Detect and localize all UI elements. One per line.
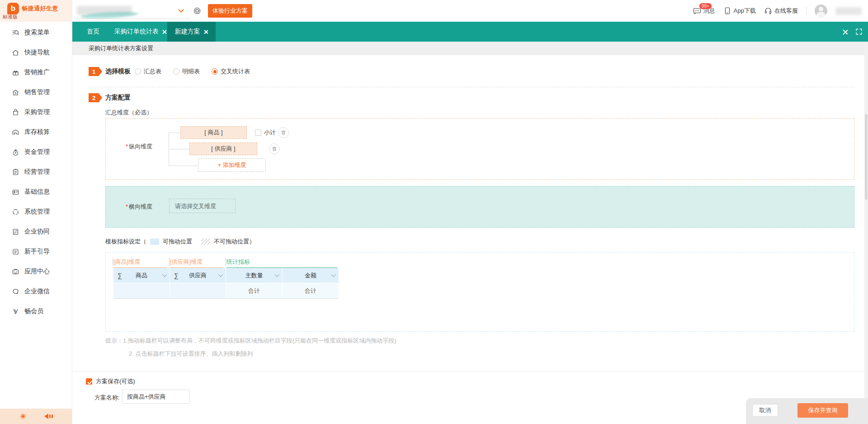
tips-prefix: 提示： xyxy=(105,337,123,344)
online-service-label: 在线客服 xyxy=(774,7,798,15)
sidebar-item-search-menu[interactable]: 搜索菜单 xyxy=(0,23,72,43)
phone-icon xyxy=(723,7,731,15)
column-header-amount[interactable]: 金额 xyxy=(283,268,339,283)
tab-new-plan[interactable]: 新建方案 xyxy=(167,22,216,42)
sidebar-item-purchase-mgmt[interactable]: 采购管理 xyxy=(0,102,72,122)
sigma-icon: ∑ xyxy=(174,272,179,279)
chevron-down-icon[interactable] xyxy=(331,272,336,277)
step2-title: 方案配置 xyxy=(105,94,131,102)
chevron-down-icon[interactable] xyxy=(218,272,223,277)
radio-detail-table[interactable]: 明细表 xyxy=(173,67,200,76)
template-metrics-legend: 模板指标设定（ 可拖动位置 不可拖动位置） xyxy=(105,238,255,246)
sidebar-item-label: 营销推广 xyxy=(24,68,50,76)
subtotal-option[interactable]: 小计 xyxy=(255,129,276,137)
delete-dimension-button[interactable] xyxy=(278,127,289,138)
vertical-dimension-label: *纵向维度 xyxy=(126,143,152,151)
column-header-supplier[interactable]: ∑ 供应商 xyxy=(170,268,226,283)
fullscreen-icon[interactable] xyxy=(855,28,863,35)
app-download-link[interactable]: App下载 xyxy=(723,7,756,15)
scrollbar-thumb[interactable] xyxy=(865,114,868,200)
svg-text:$: $ xyxy=(15,91,17,95)
sidebar-item-label: 企业协同 xyxy=(24,228,50,236)
tips-text: 1.拖动标题栏可以调整布局，不可跨维度或指标区域拖动栏目字段(只能在同一维度或指… xyxy=(123,337,396,344)
avatar[interactable] xyxy=(815,5,827,17)
sidebar-item-label: 销售管理 xyxy=(24,88,50,96)
app-name: 畅捷通好生意 xyxy=(22,5,58,13)
settings-gear-icon[interactable] xyxy=(19,413,27,420)
sidebar-item-operations-mgmt[interactable]: 经营管理 xyxy=(0,162,72,182)
collapse-bar xyxy=(49,414,51,418)
messages-link[interactable]: 消息 99+ xyxy=(693,7,715,15)
radio-label: 明细表 xyxy=(182,67,200,76)
subtotal-label: 小计 xyxy=(264,129,276,137)
page-title: 采购订单统计表方案设置 xyxy=(72,42,868,55)
sidebar-item-funds-mgmt[interactable]: ¥ 资金管理 xyxy=(0,142,72,162)
sidebar-item-label: 库存核算 xyxy=(24,128,50,136)
group-separator xyxy=(226,258,226,266)
sidebar-item-inventory-accounting[interactable]: 库存核算 xyxy=(0,122,72,142)
cross-dimension-select[interactable]: 请选择交叉维度 xyxy=(169,199,236,213)
close-icon[interactable] xyxy=(204,29,208,34)
app-edition: 标准版 xyxy=(3,14,18,20)
sidebar-item-enterprise-collab[interactable]: 企业协同 xyxy=(0,222,72,242)
template-radio-group: 汇总表 明细表 交叉统计表 xyxy=(135,67,250,76)
column-header-product[interactable]: ∑ 商品 xyxy=(113,268,170,283)
add-dimension-button[interactable]: + 添加维度 xyxy=(198,158,266,172)
tree-connector xyxy=(169,149,189,149)
sidebar-menu: 搜索菜单 快捷导航 营销推广 $ 销售管理 采购管理 库存核算 xyxy=(0,23,72,321)
sidebar-item-member[interactable]: 畅会员 xyxy=(0,301,72,321)
experience-industry-plan-button[interactable]: 体验行业方案 xyxy=(208,4,252,18)
dimension-item-product[interactable]: [ 商品 ] xyxy=(180,126,247,139)
radio-icon[interactable] xyxy=(173,68,179,75)
shopping-bag-icon xyxy=(12,109,19,116)
chevron-down-icon[interactable] xyxy=(178,7,184,13)
sidebar: b 畅捷通好生意 标准版 搜索菜单 快捷导航 营销推广 $ 销售管理 xyxy=(0,0,72,424)
online-service-link[interactable]: 在线客服 xyxy=(764,7,798,15)
delete-dimension-button[interactable] xyxy=(269,143,280,154)
checkbox-icon[interactable] xyxy=(255,129,261,136)
radio-checked-icon[interactable] xyxy=(212,68,218,75)
gear-icon[interactable] xyxy=(193,6,202,15)
sidebar-item-marketing[interactable]: 营销推广 xyxy=(0,62,72,82)
label-text: 横向维度 xyxy=(129,203,152,210)
topbar-right: 消息 99+ App下载 在线客服 xyxy=(693,0,862,22)
close-icon[interactable] xyxy=(162,29,167,34)
app-logo[interactable]: b 畅捷通好生意 标准版 xyxy=(0,0,72,22)
collapse-sidebar-icon[interactable] xyxy=(44,414,53,419)
sidebar-item-wecom[interactable]: 企业微信 xyxy=(0,281,72,301)
save-and-query-button[interactable]: 保存并查询 xyxy=(797,403,848,418)
sidebar-item-beginner-guide[interactable]: 新手引导 xyxy=(0,242,72,262)
guide-book-icon xyxy=(12,248,19,256)
group-label-product: [商品]维度 xyxy=(113,258,167,268)
template-table: ∑ 商品 ∑ 供应商 主数量 金额 合计 合计 xyxy=(113,268,338,299)
messages-badge: 99+ xyxy=(699,3,712,10)
cancel-button[interactable]: 取消 xyxy=(752,404,778,417)
tab-label: 新建方案 xyxy=(175,28,200,36)
sidebar-item-system-mgmt[interactable]: 系统管理 xyxy=(0,202,72,222)
sidebar-item-quick-nav[interactable]: 快捷导航 xyxy=(0,43,72,62)
close-icon[interactable] xyxy=(842,29,848,35)
clipboard-icon xyxy=(12,168,19,176)
plan-name-input[interactable] xyxy=(122,390,190,404)
sidebar-item-sales-mgmt[interactable]: $ 销售管理 xyxy=(0,82,72,102)
sidebar-item-basic-info[interactable]: 基础信息 xyxy=(0,182,72,202)
money-bag-icon: ¥ xyxy=(12,148,19,156)
radio-cross-table[interactable]: 交叉统计表 xyxy=(212,67,250,76)
tab-home[interactable]: 首页 xyxy=(72,22,114,42)
radio-icon[interactable] xyxy=(135,68,141,75)
group-label-statistics: 统计指标 xyxy=(226,258,337,268)
table-cell-empty xyxy=(170,283,226,298)
horizontal-dimension-label: *横向维度 xyxy=(126,203,152,211)
radio-summary-table[interactable]: 汇总表 xyxy=(135,67,161,76)
chevron-down-icon[interactable] xyxy=(275,272,279,277)
save-plan-option[interactable]: 方案保存(可选) xyxy=(86,377,135,386)
checkbox-checked-icon[interactable] xyxy=(86,378,92,385)
dimension-item-supplier[interactable]: [ 供应商 ] xyxy=(189,143,257,155)
column-header-quantity[interactable]: 主数量 xyxy=(226,268,282,283)
tab-purchase-order-report[interactable]: 采购订单统计表 xyxy=(114,22,167,42)
chevron-down-icon[interactable] xyxy=(162,272,167,277)
template-table-panel: [商品]维度 [供应商]维度 统计指标 ∑ 商品 ∑ 供应商 主数量 金额 xyxy=(105,252,854,332)
sidebar-item-label: 基础信息 xyxy=(24,188,50,196)
sidebar-item-app-center[interactable]: 应用中心 xyxy=(0,262,72,281)
scrollbar-track[interactable] xyxy=(864,42,868,398)
